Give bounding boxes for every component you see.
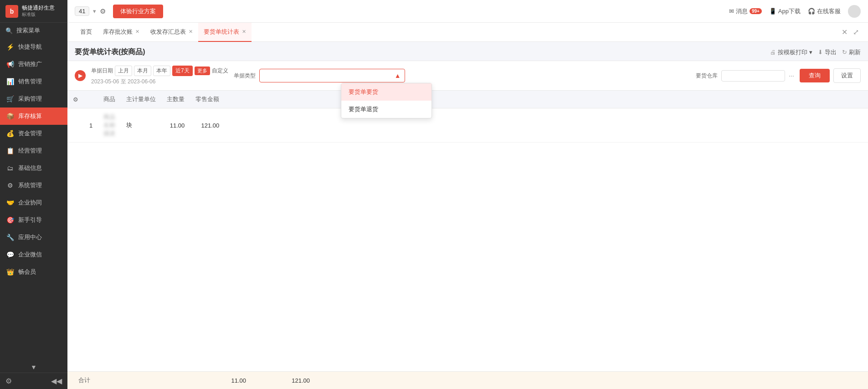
messages-btn[interactable]: ✉ 消息 99+ — [729, 7, 762, 15]
refresh-label: 刷新 — [849, 48, 861, 56]
dropdown-item-return[interactable]: 要货单退货 — [341, 101, 431, 118]
sidebar-item-purchase[interactable]: 🛒 采购管理 — [0, 90, 67, 107]
sidebar-nav: ⚡ 快捷导航 📢 营销推广 📊 销售管理 🛒 采购管理 📦 库存核算 💰 资金管… — [0, 38, 67, 362]
topbar-settings-icon[interactable]: ⚙ — [100, 7, 106, 15]
template-print-chevron: ▾ — [809, 49, 812, 56]
date-prev-month-btn[interactable]: 上月 — [115, 66, 132, 76]
date-more-btn[interactable]: 更多 — [195, 67, 210, 75]
filter-expand-btn[interactable]: ▶ — [75, 70, 86, 81]
sidebar-item-label: 经营管理 — [18, 147, 42, 155]
tab-requisition-stats-close[interactable]: ✕ — [242, 29, 246, 35]
date-this-year-btn[interactable]: 本年 — [153, 66, 170, 76]
filter-type-input[interactable] — [263, 72, 395, 79]
row-unit: 块 — [121, 108, 161, 143]
col-extra — [225, 91, 868, 108]
export-btn[interactable]: ⬇ 导出 — [818, 48, 837, 56]
row-goods: 商品名称描述 — [98, 108, 121, 143]
sidebar-item-system[interactable]: ⚙ 系统管理 — [0, 177, 67, 194]
sales-icon: 📊 — [5, 78, 15, 85]
query-btn[interactable]: 查询 — [800, 69, 830, 82]
sidebar-item-apps[interactable]: 🔧 应用中心 — [0, 229, 67, 246]
dropdown-item-goods[interactable]: 要货单要货 — [341, 83, 431, 101]
sidebar-item-inventory[interactable]: 📦 库存核算 — [0, 107, 67, 125]
template-print-label: 按模板打印 — [778, 48, 807, 56]
basic-icon: 🗂 — [5, 164, 15, 172]
footer-label: 合计 — [73, 376, 155, 384]
apps-icon: 🔧 — [5, 234, 15, 241]
print-icon: 🖨 — [770, 49, 776, 56]
support-btn[interactable]: 🎧 在线客服 — [808, 7, 841, 15]
row-index: 1 — [84, 108, 98, 143]
sidebar-item-enterprise[interactable]: 🤝 企业协同 — [0, 194, 67, 211]
row-goods-value: 商品名称描述 — [103, 113, 115, 137]
tab-inventory-batch-close[interactable]: ✕ — [135, 29, 139, 35]
row-extra — [225, 108, 868, 143]
filter-warehouse-input[interactable] — [721, 70, 785, 82]
tab-requisition-stats[interactable]: 要货单统计表 ✕ — [198, 23, 252, 42]
sidebar-item-marketing[interactable]: 📢 营销推广 — [0, 56, 67, 73]
sidebar-search-label: 搜索菜单 — [16, 26, 40, 35]
sidebar-item-quick-nav[interactable]: ⚡ 快捷导航 — [0, 38, 67, 56]
topbar-chevron-icon[interactable]: ▾ — [93, 8, 96, 15]
date-last7-btn[interactable]: 近7天 — [172, 66, 193, 76]
template-print-btn[interactable]: 🖨 按模板打印 ▾ — [770, 48, 812, 56]
col-settings[interactable]: ⚙ — [67, 91, 84, 108]
sidebar-bottom: ⚙ ◀◀ — [0, 373, 67, 389]
trial-btn[interactable]: 体验行业方案 — [113, 5, 163, 18]
marketing-icon: 📢 — [5, 61, 15, 68]
warehouse-label: 要货仓库 — [696, 72, 718, 80]
logo-sub: 标准版 — [22, 11, 55, 18]
user-avatar[interactable] — [848, 5, 861, 18]
headset-icon: 🎧 — [808, 8, 815, 15]
collapse-icon[interactable]: ◀◀ — [51, 377, 62, 385]
main-content: 41 ▾ ⚙ 体验行业方案 ✉ 消息 99+ 📱 App下载 🎧 在线客服 首 — [67, 0, 868, 389]
purchase-icon: 🛒 — [5, 95, 15, 102]
inventory-icon: 📦 — [5, 113, 15, 120]
filter-type-input-wrap[interactable]: ▲ — [259, 69, 405, 82]
sidebar-scroll-down[interactable]: ▼ — [0, 362, 67, 373]
date-this-month-btn[interactable]: 本月 — [134, 66, 151, 76]
filter-actions: 查询 设置 — [800, 68, 861, 83]
app-download-btn[interactable]: 📱 App下载 — [769, 7, 801, 15]
data-table: ⚙ 商品 主计量单位 主数量 零售金额 1 商品名称描述 — [67, 91, 868, 143]
operation-icon: 📋 — [5, 147, 15, 154]
settings-btn[interactable]: 设置 — [833, 68, 861, 83]
col-goods: 商品 — [98, 91, 121, 108]
date-custom-btn[interactable]: 自定义 — [212, 67, 228, 75]
tab-inventory-batch-label: 库存批次账 — [103, 28, 133, 36]
sidebar-item-operation[interactable]: 📋 经营管理 — [0, 142, 67, 159]
table-footer: 合计 11.00 121.00 — [67, 371, 868, 389]
row-amount: 121.00 — [190, 108, 225, 143]
filter-more-btn[interactable]: ··· — [789, 72, 794, 79]
row-quantity: 11.00 — [161, 108, 190, 143]
tab-inventory-batch[interactable]: 库存批次账 ✕ — [98, 23, 145, 42]
sidebar-item-label: 快捷导航 — [18, 43, 42, 51]
system-icon: ⚙ — [5, 182, 15, 189]
sidebar-item-guide[interactable]: 🎯 新手引导 — [0, 211, 67, 229]
sidebar-item-finance[interactable]: 💰 资金管理 — [0, 125, 67, 142]
page-content: 要货单统计表(按商品) 🖨 按模板打印 ▾ ⬇ 导出 ↻ 刷新 ▶ — [67, 42, 868, 389]
sidebar-item-label: 资金管理 — [18, 129, 42, 138]
sidebar-item-label: 应用中心 — [18, 233, 42, 241]
search-icon: 🔍 — [5, 27, 13, 34]
messages-label: 消息 — [736, 7, 748, 15]
sidebar-search[interactable]: 🔍 搜索菜单 — [0, 23, 67, 38]
tab-maximize-btn[interactable]: ⤢ — [851, 27, 861, 37]
tab-receipt-summary[interactable]: 收发存汇总表 ✕ — [145, 23, 198, 42]
refresh-btn[interactable]: ↻ 刷新 — [842, 48, 861, 56]
topbar-num: 41 — [75, 6, 89, 16]
settings-icon[interactable]: ⚙ — [5, 377, 12, 385]
sidebar-item-wechat[interactable]: 💬 企业微信 — [0, 246, 67, 263]
refresh-icon: ↻ — [842, 49, 847, 56]
tab-receipt-summary-close[interactable]: ✕ — [189, 29, 193, 35]
tab-home[interactable]: 首页 — [75, 23, 98, 42]
sidebar-item-basic[interactable]: 🗂 基础信息 — [0, 159, 67, 177]
tab-close-all-btn[interactable]: ✕ — [840, 27, 849, 37]
topbar: 41 ▾ ⚙ 体验行业方案 ✉ 消息 99+ 📱 App下载 🎧 在线客服 — [67, 0, 868, 23]
message-icon: ✉ — [729, 8, 734, 15]
topbar-right: ✉ 消息 99+ 📱 App下载 🎧 在线客服 — [729, 5, 861, 18]
filter-type-chevron-icon[interactable]: ▲ — [395, 72, 401, 79]
sidebar-item-label: 企业微信 — [18, 251, 42, 259]
sidebar-item-sales[interactable]: 📊 销售管理 — [0, 73, 67, 90]
sidebar-item-members[interactable]: 👑 畅会员 — [0, 263, 67, 281]
